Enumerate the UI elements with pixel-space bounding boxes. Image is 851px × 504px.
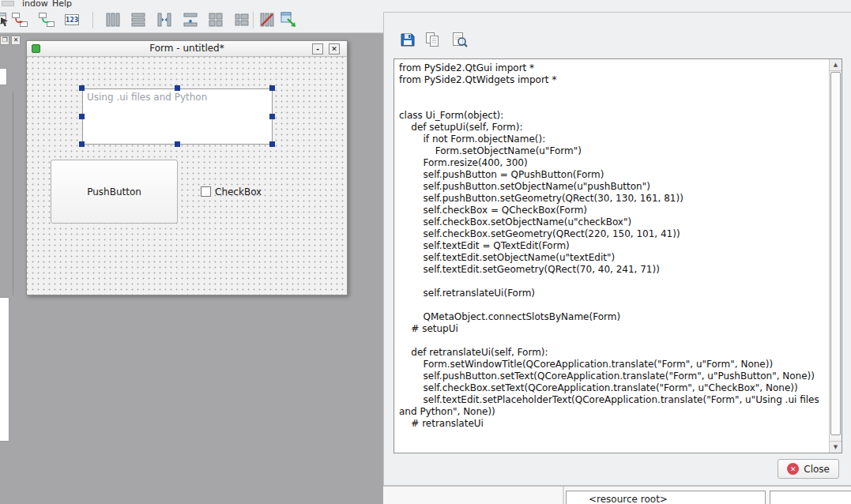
edit-signals-slots-button[interactable] (10, 10, 29, 29)
edit-tab-order-button[interactable]: 123 (62, 10, 81, 29)
code-line (399, 299, 827, 311)
tab-order-label: 123 (66, 17, 79, 24)
selection-handle[interactable] (269, 114, 275, 119)
scrollbar-thumb[interactable] (830, 72, 841, 435)
code-line: self.checkBox.setText(QCoreApplication.t… (399, 382, 827, 394)
code-line (399, 335, 827, 347)
code-line: Form.setObjectName(u"Form") (399, 145, 827, 157)
layout-vertical-splitter-icon (182, 11, 199, 28)
break-layout-button[interactable] (258, 10, 277, 29)
resource-root-item[interactable]: <resource root> (589, 494, 668, 504)
edit-buddies-button[interactable] (37, 10, 56, 29)
code-line: Form.setWindowTitle(QCoreApplication.tra… (399, 359, 827, 370)
selection-handle[interactable] (79, 141, 85, 147)
layout-vertical-splitter-button[interactable] (181, 10, 200, 29)
selection-handle[interactable] (175, 141, 180, 147)
checkbox-label: CheckBox (215, 186, 262, 197)
edit-signals-slots-icon (11, 11, 28, 28)
menubar: indow Help (0, 0, 851, 8)
code-line: from PySide2.QtWidgets import * (399, 74, 827, 86)
layout-vertical-icon (130, 11, 147, 28)
adjust-size-button[interactable] (279, 10, 301, 29)
textedit-widget[interactable]: Using .ui files and Python (82, 88, 273, 145)
textedit-placeholder: Using .ui files and Python (87, 92, 207, 103)
layout-vertical-button[interactable] (129, 10, 148, 29)
layout-form-button[interactable] (232, 10, 251, 29)
pushbutton-widget[interactable]: PushButton (51, 160, 178, 224)
code-line: self.textEdit.setPlaceholderText(QCoreAp… (399, 394, 827, 418)
code-line: self.checkBox = QCheckBox(Form) (399, 205, 827, 216)
edit-widgets-icon (0, 11, 11, 28)
layout-horizontal-button[interactable] (104, 10, 122, 29)
code-line: self.textEdit.setObjectName(u"textEdit") (399, 252, 827, 264)
code-line (399, 86, 827, 98)
selection-handle[interactable] (269, 141, 275, 147)
code-scrollbar[interactable]: ▲ ▼ (829, 59, 842, 453)
code-line: from PySide2.QtGui import * (399, 62, 827, 74)
widgetbox-panel-fragment (0, 297, 9, 442)
form-window-title: Form - untitled* (27, 43, 347, 54)
layout-form-icon (233, 11, 250, 28)
find-button[interactable] (450, 30, 470, 49)
code-line: # retranslateUi (399, 418, 827, 430)
close-button-label: Close (804, 464, 830, 475)
dock-titlebar-buttons: ❐ ✕ (0, 36, 21, 45)
layout-horizontal-splitter-icon (156, 11, 173, 28)
scroll-down-icon[interactable]: ▼ (830, 441, 842, 453)
code-view: from PySide2.QtGui import *from PySide2.… (393, 58, 842, 453)
code-line: self.textEdit = QTextEdit(Form) (399, 240, 827, 252)
layout-grid-button[interactable] (206, 10, 225, 29)
edit-buddies-icon (38, 11, 55, 28)
resource-browser: <resource root> (566, 491, 766, 504)
code-line: self.pushButton.setText(QCoreApplication… (399, 370, 827, 382)
layout-horizontal-icon (104, 11, 122, 28)
selection-handle[interactable] (79, 114, 85, 119)
bottom-panel-fragment (770, 491, 851, 504)
selection-handle[interactable] (269, 85, 275, 91)
layout-grid-icon (207, 11, 224, 28)
break-layout-icon (258, 11, 276, 28)
selection-handle[interactable] (79, 85, 85, 91)
save-icon (399, 31, 416, 48)
code-content: from PySide2.QtGui import *from PySide2.… (394, 59, 829, 453)
toolbar-separator (253, 12, 254, 28)
mdi-area: ❐ ✕ Form - untitled* - ✕ Using .ui files… (0, 32, 383, 504)
edit-tab-order-icon: 123 (63, 11, 81, 28)
code-line: if not Form.objectName(): (399, 134, 827, 145)
form-close-button[interactable]: ✕ (329, 43, 340, 55)
code-line: self.pushButton = QPushButton(Form) (399, 169, 827, 181)
menu-window[interactable]: indow (22, 0, 48, 8)
qt-designer-window: indow Help 123 (0, 0, 851, 504)
dialog-close-button[interactable]: ✕ Close (778, 459, 839, 479)
form-window-titlebar[interactable]: Form - untitled* - ✕ (27, 41, 347, 57)
save-button[interactable] (397, 30, 418, 49)
bottom-dock-strip: <resource root> (383, 486, 851, 504)
code-line: self.pushButton.setGeometry(QRect(30, 13… (399, 193, 827, 205)
code-line: self.checkBox.setGeometry(QRect(220, 150… (399, 228, 827, 240)
find-icon (450, 31, 469, 48)
copy-button[interactable] (422, 30, 442, 49)
code-line: self.retranslateUi(Form) (399, 288, 827, 299)
code-line (399, 276, 827, 288)
dock-splitter[interactable] (563, 487, 564, 504)
code-line: self.checkBox.setObjectName(u"checkBox") (399, 216, 827, 228)
checkbox-box[interactable] (201, 186, 211, 197)
code-line: def setupUi(self, Form): (399, 122, 827, 134)
code-line: self.pushButton.setObjectName(u"pushButt… (399, 181, 827, 193)
menu-help[interactable]: Help (52, 0, 72, 8)
form-minimize-button[interactable]: - (312, 43, 323, 55)
layout-horizontal-splitter-button[interactable] (155, 10, 174, 29)
code-line: class Ui_Form(object): (399, 110, 827, 122)
selection-handle[interactable] (175, 85, 180, 91)
scroll-up-icon[interactable]: ▲ (830, 59, 842, 71)
widgetbox-filter-fragment[interactable] (0, 68, 7, 85)
toolbar-separator (92, 12, 93, 28)
copy-icon (424, 31, 441, 48)
dock-close-button[interactable]: ✕ (11, 36, 21, 45)
close-circle-icon: ✕ (787, 463, 799, 475)
checkbox-widget[interactable]: CheckBox (201, 175, 281, 208)
code-line: QMetaObject.connectSlotsByName(Form) (399, 311, 827, 323)
menubar-fragment (2, 1, 14, 6)
form-canvas[interactable]: Using .ui files and Python PushButton Ch… (27, 57, 347, 295)
dock-float-button[interactable]: ❐ (0, 36, 9, 45)
